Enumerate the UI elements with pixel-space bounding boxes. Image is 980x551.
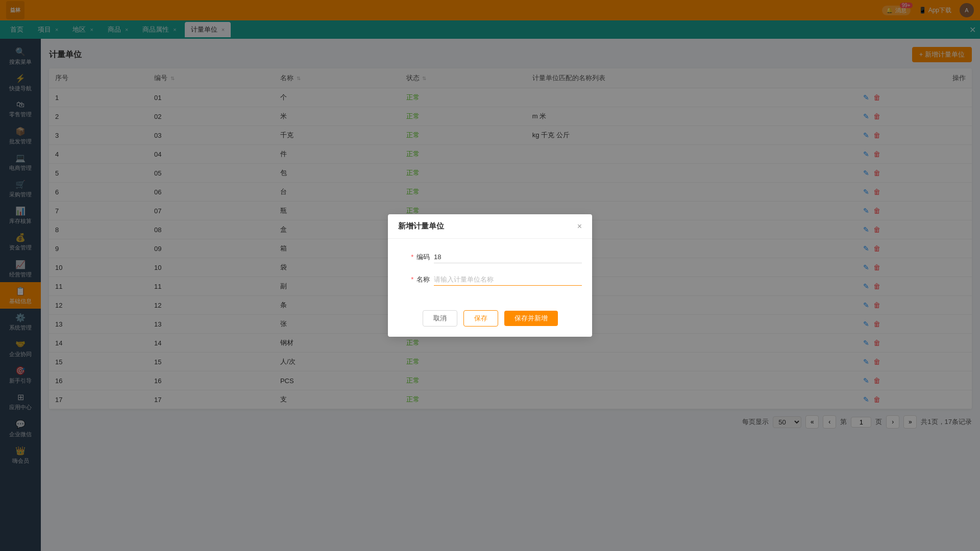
modal-overlay[interactable]: 新增计量单位 × * 编码 * 名称 取消 保存 保存并新增 bbox=[0, 0, 980, 551]
name-input[interactable] bbox=[434, 273, 582, 286]
required-mark: * bbox=[411, 253, 413, 261]
required-mark: * bbox=[411, 276, 413, 283]
modal-header: 新增计量单位 × bbox=[388, 214, 592, 239]
save-and-new-button[interactable]: 保存并新增 bbox=[504, 311, 558, 326]
save-button[interactable]: 保存 bbox=[463, 310, 498, 327]
code-input[interactable] bbox=[434, 251, 582, 263]
code-label: * 编码 bbox=[398, 253, 434, 262]
add-measurement-unit-modal: 新增计量单位 × * 编码 * 名称 取消 保存 保存并新增 bbox=[388, 214, 592, 337]
name-label: * 名称 bbox=[398, 275, 434, 284]
modal-title: 新增计量单位 bbox=[398, 221, 444, 231]
modal-close-button[interactable]: × bbox=[577, 222, 582, 231]
form-row-name: * 名称 bbox=[398, 273, 582, 286]
modal-body: * 编码 * 名称 bbox=[388, 239, 592, 304]
modal-footer: 取消 保存 保存并新增 bbox=[388, 304, 592, 337]
form-row-code: * 编码 bbox=[398, 251, 582, 263]
cancel-button[interactable]: 取消 bbox=[423, 310, 457, 327]
